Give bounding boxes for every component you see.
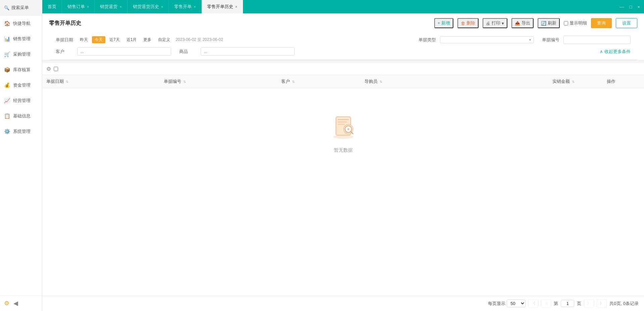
tab-sales-return[interactable]: 销货退货 × [95, 0, 127, 13]
tab-retail-open[interactable]: 零售开单 × [169, 0, 201, 13]
table-area: ⚙ 单据日期 ⇅ 单据编号 ⇅ [42, 63, 644, 311]
tab-sales-order-label: 销售订单 [67, 4, 85, 10]
tab-retail-history-label: 零售开单历史 [207, 4, 233, 10]
close-sales-return-history-tab[interactable]: × [161, 5, 163, 9]
type-filter-label: 单据类型 [418, 37, 437, 43]
refresh-label: 刷新 [548, 20, 556, 26]
tab-bar: 首页 销售订单 × 销货退货 × 销货退货历史 × 零售开单 × 零售开单历史 … [42, 0, 644, 13]
orderno-text-input[interactable] [566, 37, 628, 42]
sidebar-item-sales-mgmt[interactable]: 📊 销售管理 [0, 31, 42, 47]
sidebar-item-finance[interactable]: 💰 资金管理 [0, 77, 42, 93]
page-header-top: 零售开单历史 + 新增 🗑 删除 🖨 打印 ▾ 📤 导出 [49, 18, 637, 28]
th-date[interactable]: 单据日期 ⇅ [42, 75, 160, 88]
first-page-btn[interactable]: 《 [528, 299, 538, 308]
collapse-sidebar-icon[interactable]: ◀ [13, 300, 18, 307]
tab-sales-order[interactable]: 销售订单 × [62, 0, 95, 13]
orderno-input[interactable] [563, 36, 631, 44]
purchase-icon: 🛒 [4, 51, 10, 57]
svg-rect-3 [338, 121, 347, 122]
date-opt-more[interactable]: 更多 [141, 36, 154, 43]
date-opt-1month[interactable]: 近1月 [124, 36, 140, 43]
print-icon: 🖨 [486, 21, 490, 26]
sidebar-item-quick-nav[interactable]: 🏠 快捷导航 [0, 16, 42, 31]
type-select[interactable]: ▾ [440, 36, 534, 43]
sidebar-search[interactable]: 🔍 搜索采单 [0, 0, 42, 16]
th-amount[interactable]: 实销金额 ⇅ [461, 75, 579, 88]
close-retail-open-tab[interactable]: × [194, 5, 196, 9]
close-sales-return-tab[interactable]: × [119, 5, 121, 9]
add-button[interactable]: + 新增 [434, 18, 453, 28]
window-close-btn[interactable]: × [637, 4, 640, 9]
orderno-filter-label: 单据编号 [542, 37, 561, 43]
print-dropdown-arrow: ▾ [502, 21, 504, 26]
delete-button[interactable]: 🗑 删除 [457, 18, 479, 28]
th-order-no[interactable]: 单据编号 ⇅ [160, 75, 277, 88]
collapse-filter-btn[interactable]: ∧ 收起更多条件 [600, 49, 631, 55]
sidebar-item-system[interactable]: ⚙️ 系统管理 [0, 124, 42, 139]
per-page-selector[interactable]: 50 10 20 100 [507, 300, 526, 307]
customer-text-input[interactable] [80, 49, 168, 54]
date-opt-today[interactable]: 今天 [92, 36, 105, 43]
th-actions-label: 操作 [607, 79, 615, 84]
sidebar-item-label: 基础信息 [13, 113, 31, 119]
print-button[interactable]: 🖨 打印 ▾ [483, 18, 507, 28]
sidebar-item-inventory[interactable]: 📦 库存核算 [0, 62, 42, 77]
page-title: 零售开单历史 [49, 20, 81, 27]
display-toggle-checkbox[interactable] [564, 21, 568, 25]
close-retail-history-tab[interactable]: × [235, 5, 237, 9]
tab-home[interactable]: 首页 [42, 0, 62, 13]
th-customer[interactable]: 客户 ⇅ [277, 75, 360, 88]
print-label: 打印 [492, 20, 500, 26]
refresh-button[interactable]: 🔄 刷新 [538, 18, 560, 28]
last-page-btn[interactable]: 》 [597, 299, 607, 308]
close-sales-order-tab[interactable]: × [87, 5, 89, 9]
customer-input[interactable] [77, 47, 171, 56]
th-salesperson[interactable]: 导购员 ⇅ [360, 75, 461, 88]
date-range-display: 2023-06-02 至 2023-06-02 [176, 37, 223, 43]
th-date-label: 单据日期 [46, 79, 64, 84]
page-number-input[interactable] [561, 300, 574, 307]
display-toggle[interactable]: 显示明细 [564, 20, 587, 26]
window-minimize-btn[interactable]: — [620, 4, 624, 9]
goods-input[interactable] [201, 47, 295, 56]
th-amount-label: 实销金额 [552, 79, 570, 84]
export-icon: 📤 [515, 21, 520, 26]
prev-page-btn[interactable]: 〈 [541, 299, 551, 308]
sidebar-item-label: 资金管理 [13, 82, 31, 88]
tab-sales-return-history[interactable]: 销货退货历史 × [128, 0, 169, 13]
home-icon: 🏠 [4, 20, 10, 27]
svg-rect-4 [338, 124, 345, 125]
table-header-row: 单据日期 ⇅ 单据编号 ⇅ 客户 ⇅ [42, 75, 644, 88]
sidebar-item-base-info[interactable]: 📋 基础信息 [0, 108, 42, 124]
pagination: 每页显示 50 10 20 100 《 〈 第 页 〉 》 共0页, 0条记录 [42, 296, 644, 311]
th-order-no-sort: ⇅ [183, 80, 186, 84]
sidebar-item-operations[interactable]: 📈 经营管理 [0, 93, 42, 108]
date-opt-custom[interactable]: 自定义 [155, 36, 173, 43]
tab-sales-return-label: 销货退货 [100, 4, 117, 10]
settings-gear-icon[interactable]: ⚙ [4, 300, 9, 307]
tab-home-label: 首页 [48, 4, 56, 10]
total-info: 共0页, 0条记录 [609, 301, 639, 307]
window-maximize-btn[interactable]: □ [630, 4, 632, 9]
filter-customer-group: 客户 [56, 47, 171, 56]
system-icon: ⚙️ [4, 128, 10, 135]
date-opt-yesterday[interactable]: 昨天 [77, 36, 91, 43]
page-content: 零售开单历史 + 新增 🗑 删除 🖨 打印 ▾ 📤 导出 [42, 13, 644, 311]
goods-text-input[interactable] [204, 49, 292, 54]
select-all-checkbox[interactable] [54, 67, 58, 71]
query-button[interactable]: 查询 [591, 18, 612, 28]
settings-button[interactable]: 设置 [616, 18, 637, 28]
date-opt-7days[interactable]: 近7天 [107, 36, 122, 43]
next-page-btn[interactable]: 〉 [584, 299, 594, 308]
refresh-icon: 🔄 [541, 21, 546, 26]
table-settings-icon[interactable]: ⚙ [46, 66, 51, 72]
sidebar-item-purchase-mgmt[interactable]: 🛒 采购管理 [0, 47, 42, 62]
date-options: 昨天 今天 近7天 近1月 更多 自定义 2023-06-02 至 2023-0… [77, 36, 223, 43]
empty-state: 暂无数据 [42, 88, 644, 173]
th-date-sort: ⇅ [66, 80, 68, 84]
export-button[interactable]: 📤 导出 [511, 18, 534, 28]
display-toggle-label: 显示明细 [569, 20, 587, 26]
sidebar-item-label: 库存核算 [13, 67, 31, 73]
tab-retail-history[interactable]: 零售开单历史 × [202, 0, 243, 13]
filter-area: 单据日期 昨天 今天 近7天 近1月 更多 自定义 2023-06-02 至 2… [49, 32, 637, 60]
